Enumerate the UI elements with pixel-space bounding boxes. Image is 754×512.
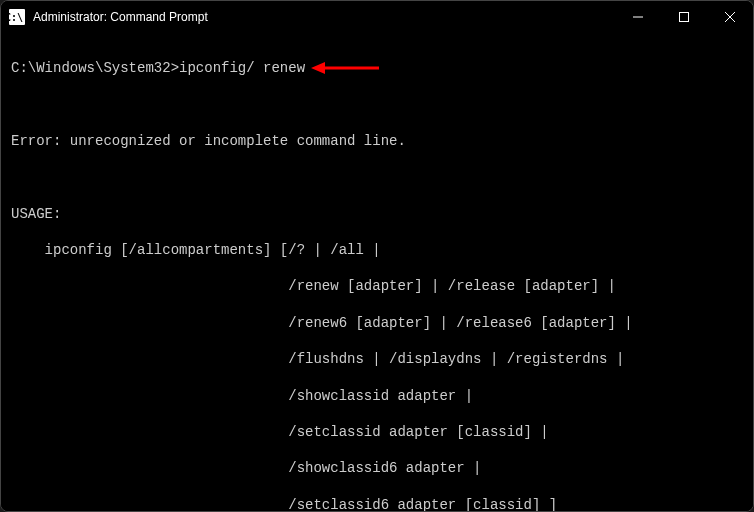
blank-line	[11, 96, 743, 114]
usage-line: /flushdns | /displaydns | /registerdns |	[11, 350, 743, 368]
error-line: Error: unrecognized or incomplete comman…	[11, 132, 743, 150]
usage-label: USAGE:	[11, 205, 743, 223]
prompt-line: C:\Windows\System32>ipconfig/ renew	[11, 59, 743, 77]
usage-line: /setclassid6 adapter [classid] ]	[11, 496, 743, 511]
minimize-icon	[633, 12, 643, 22]
usage-line: ipconfig [/allcompartments] [/? | /all |	[11, 241, 743, 259]
usage-line: /showclassid adapter |	[11, 387, 743, 405]
usage-line: /setclassid adapter [classid] |	[11, 423, 743, 441]
maximize-icon	[679, 12, 689, 22]
titlebar[interactable]: C:\. Administrator: Command Prompt	[1, 1, 753, 33]
window-controls	[615, 1, 753, 33]
maximize-button[interactable]	[661, 1, 707, 33]
cmd-window: C:\. Administrator: Command Prompt C:\Wi…	[0, 0, 754, 512]
blank-line	[11, 168, 743, 186]
usage-line: /renew6 [adapter] | /release6 [adapter] …	[11, 314, 743, 332]
typed-command: ipconfig/ renew	[179, 60, 305, 76]
annotation-arrow-icon	[311, 57, 381, 79]
close-button[interactable]	[707, 1, 753, 33]
terminal-area[interactable]: C:\Windows\System32>ipconfig/ renew Erro…	[1, 33, 753, 511]
svg-marker-5	[311, 62, 325, 74]
svg-rect-1	[680, 13, 689, 22]
usage-line: /renew [adapter] | /release [adapter] |	[11, 277, 743, 295]
minimize-button[interactable]	[615, 1, 661, 33]
prompt-path: C:\Windows\System32>	[11, 60, 179, 76]
cmd-icon: C:\.	[9, 9, 25, 25]
window-title: Administrator: Command Prompt	[33, 10, 615, 24]
close-icon	[725, 12, 735, 22]
usage-line: /showclassid6 adapter |	[11, 459, 743, 477]
